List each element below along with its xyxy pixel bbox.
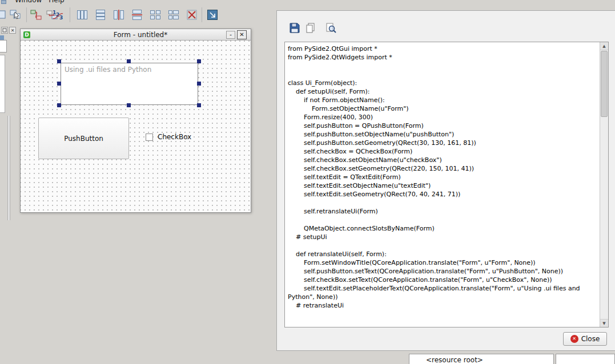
selection-handle[interactable] <box>197 59 201 63</box>
toolbar-partial-button[interactable] <box>0 7 8 22</box>
layout-horizontally-in-splitter-icon <box>112 9 125 21</box>
bottom-right-panel <box>556 354 615 364</box>
form-canvas[interactable]: Using .ui files and Python PushButton Ch… <box>21 41 251 212</box>
layout-vertically-in-splitter-button[interactable] <box>130 7 144 22</box>
code-line <box>288 199 598 207</box>
layout-horizontally-button[interactable] <box>75 7 90 22</box>
code-line: # retranslateUi <box>288 301 598 310</box>
menubar: Window Help <box>15 0 65 4</box>
widgetbox-filter-input[interactable] <box>0 40 7 52</box>
pushbutton-widget[interactable]: PushButton <box>38 118 129 159</box>
code-line: from PySide2.QtGui import * <box>288 45 598 53</box>
resource-root-item[interactable]: <resource root> <box>409 354 554 364</box>
code-view[interactable]: from PySide2.QtGui import *from PySide2.… <box>284 42 609 327</box>
edit-signals-slots-button[interactable] <box>29 7 43 22</box>
code-line: QMetaObject.connectSlotsByName(Form) <box>288 224 598 233</box>
code-line: def setupUi(self, Form): <box>288 87 598 96</box>
dock-float-button[interactable] <box>1 27 8 34</box>
selection-handle[interactable] <box>127 103 131 107</box>
menu-item-help[interactable]: Help <box>49 0 64 4</box>
code-line: self.checkBox = QCheckBox(Form) <box>288 147 598 156</box>
code-line: self.textEdit.setPlaceholderText(QCoreAp… <box>288 284 598 301</box>
layout-vertically-in-splitter-icon <box>131 9 143 21</box>
close-button-label: Close <box>581 335 600 343</box>
code-line: from PySide2.QtWidgets import * <box>288 53 598 62</box>
checkbox-indicator[interactable] <box>146 134 153 141</box>
code-line: self.textEdit.setObjectName(u"textEdit") <box>288 181 598 190</box>
layout-in-grid-icon <box>149 9 162 21</box>
selection-handle[interactable] <box>57 59 61 63</box>
dock-close-button[interactable]: ✕ <box>9 27 16 34</box>
layout-horizontally-in-splitter-button[interactable] <box>111 7 126 22</box>
layout-vertically-button[interactable] <box>93 7 108 22</box>
close-icon: ✕ <box>11 28 15 33</box>
code-preview-dialog: from PySide2.QtGui import *from PySide2.… <box>276 10 615 351</box>
edit-widgets-button[interactable] <box>8 7 23 22</box>
code-line: def retranslateUi(self, Form): <box>288 250 598 258</box>
code-line: class Ui_Form(object): <box>288 79 598 87</box>
selection-handle[interactable] <box>127 59 131 63</box>
checkbox-widget[interactable]: CheckBox <box>146 133 191 141</box>
code-line: self.checkBox.setObjectName(u"checkBox") <box>288 156 598 164</box>
code-line: Form.setWindowTitle(QCoreApplication.tra… <box>288 258 598 267</box>
layout-vertically-icon <box>94 9 107 21</box>
code-line <box>288 70 598 79</box>
code-line: self.pushButton.setGeometry(QRect(30, 13… <box>288 139 598 147</box>
layout-in-grid-button[interactable] <box>148 7 163 22</box>
float-icon <box>2 28 7 33</box>
textedit-widget[interactable]: Using .ui files and Python <box>61 63 198 105</box>
toolbar-separator <box>26 7 27 22</box>
code-line: self.textEdit.setGeometry(QRect(70, 40, … <box>288 190 598 199</box>
code-line: self.retranslateUi(Form) <box>288 207 598 216</box>
menu-item-window[interactable]: Window <box>15 0 42 4</box>
adjust-size-button[interactable] <box>205 7 220 22</box>
toolbar-separator <box>202 7 202 22</box>
close-button[interactable]: ✕ <box>237 30 247 39</box>
close-circle-icon: ✕ <box>570 335 578 343</box>
scrollbar-down-arrow[interactable]: ▼ <box>600 319 608 327</box>
layout-horizontally-icon <box>76 9 89 21</box>
code-line: Form.resize(400, 300) <box>288 113 598 122</box>
dialog-close-button[interactable]: ✕ Close <box>563 332 607 346</box>
code-line: self.checkBox.setGeometry(QRect(220, 150… <box>288 164 598 173</box>
code-line: self.pushButton.setText(QCoreApplication… <box>288 267 598 276</box>
code-line: self.checkBox.setText(QCoreApplication.t… <box>288 276 598 284</box>
code-line <box>288 62 598 70</box>
selection-handle[interactable] <box>197 103 201 107</box>
layout-in-form-button[interactable] <box>166 7 181 22</box>
code-line: # setupUi <box>288 233 598 241</box>
widgetbox-list-sliver <box>0 55 5 113</box>
toolbar-separator <box>70 7 70 22</box>
form-window-titlebar[interactable]: D Form - untitled* <box>21 29 251 41</box>
code-line <box>288 241 598 250</box>
copy-icon <box>304 22 317 34</box>
break-layout-button[interactable] <box>184 7 199 22</box>
save-icon <box>288 22 301 34</box>
edit-tab-order-button[interactable]: 1 2 3 <box>50 7 65 22</box>
code-scrollbar[interactable]: ▲ ▼ <box>600 42 608 327</box>
edit-widgets-icon <box>9 9 22 21</box>
selection-handle[interactable] <box>57 103 61 107</box>
selection-handle[interactable] <box>57 82 61 86</box>
find-button[interactable] <box>323 21 338 35</box>
save-button[interactable] <box>287 21 302 35</box>
dock-partial-icon <box>0 35 4 40</box>
find-icon <box>324 22 337 34</box>
code-line: self.textEdit = QTextEdit(Form) <box>288 173 598 181</box>
scrollbar-up-arrow[interactable]: ▲ <box>600 42 608 50</box>
window-icon <box>0 9 7 21</box>
scrollbar-thumb[interactable] <box>601 51 608 117</box>
app-icon <box>1 0 6 4</box>
selection-handle[interactable] <box>197 82 201 86</box>
code-content: from PySide2.QtGui import *from PySide2.… <box>285 42 599 327</box>
resource-root-label: <resource root> <box>426 356 483 364</box>
edit-tab-order-icon: 1 2 3 <box>51 9 64 21</box>
layout-in-form-icon <box>167 9 180 21</box>
minimize-button[interactable]: - <box>226 31 235 39</box>
widgetbox-scrollbar[interactable] <box>7 116 10 220</box>
svg-text:3: 3 <box>59 15 63 21</box>
code-line: self.pushButton = QPushButton(Form) <box>288 122 598 130</box>
copy-button[interactable] <box>303 21 318 35</box>
qt-designer-screen: Window Help <box>0 0 615 364</box>
code-line: self.pushButton.setObjectName(u"pushButt… <box>288 130 598 139</box>
